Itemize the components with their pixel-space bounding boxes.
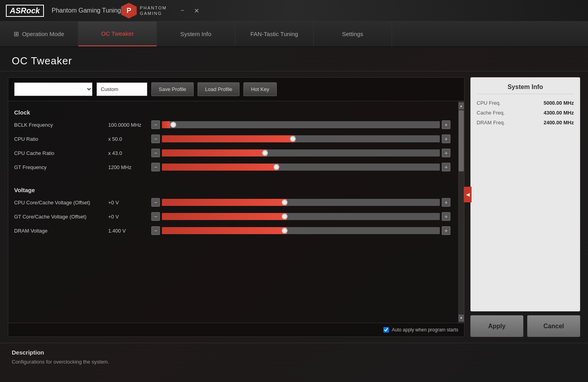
gt-freq-fill bbox=[162, 164, 279, 171]
gt-voltage-thumb[interactable] bbox=[281, 213, 288, 220]
cpu-cache-ratio-fill bbox=[162, 149, 267, 156]
cpu-ratio-label: CPU Ratio bbox=[14, 136, 104, 142]
collapse-button[interactable]: ◀ bbox=[464, 187, 472, 202]
profile-name-input[interactable] bbox=[96, 82, 147, 96]
dram-voltage-thumb[interactable] bbox=[281, 227, 288, 234]
cpu-voltage-fill bbox=[162, 199, 287, 206]
page-title: OC Tweaker bbox=[12, 55, 576, 67]
dram-voltage-minus[interactable]: − bbox=[151, 226, 160, 235]
gt-voltage-track[interactable] bbox=[162, 213, 440, 220]
phantom-gaming-logo: P PHANTOMGAMING bbox=[121, 3, 167, 18]
scroll-track[interactable] bbox=[459, 110, 464, 314]
pg-icon: P bbox=[121, 3, 137, 18]
bclk-label: BCLK Frequency bbox=[14, 122, 104, 128]
gt-freq-thumb[interactable] bbox=[273, 164, 279, 170]
cpu-voltage-minus[interactable]: − bbox=[151, 198, 160, 207]
scroll-down-arrow[interactable]: ▼ bbox=[459, 315, 464, 322]
cpu-freq-label: CPU Freq. bbox=[477, 100, 501, 106]
cache-freq-label: Cache Freq. bbox=[477, 110, 505, 116]
bclk-track[interactable] bbox=[162, 121, 440, 128]
gt-voltage-slider-container: − + bbox=[151, 212, 450, 221]
gt-freq-minus[interactable]: − bbox=[151, 163, 160, 171]
cpu-ratio-thumb[interactable] bbox=[290, 136, 296, 142]
cpu-voltage-track[interactable] bbox=[162, 199, 440, 206]
nav-item-system-info[interactable]: System Info bbox=[157, 22, 235, 46]
cpu-ratio-minus[interactable]: − bbox=[151, 135, 160, 143]
page-title-text: OC Tweaker bbox=[12, 55, 72, 67]
hot-key-button[interactable]: Hot Key bbox=[243, 82, 276, 96]
cpu-voltage-slider-container: − + bbox=[151, 198, 450, 207]
cpu-voltage-thumb[interactable] bbox=[281, 199, 288, 206]
cpu-ratio-row: CPU Ratio x 50.0 − + bbox=[14, 135, 450, 143]
nav-item-settings[interactable]: Settings bbox=[314, 22, 392, 46]
bclk-fill bbox=[162, 121, 170, 128]
system-info-box: ◀ System Info CPU Freq. 5000.00 MHz Cach… bbox=[470, 77, 580, 311]
profile-bar: Save Profile Load Profile Hot Key bbox=[8, 78, 464, 101]
cpu-cache-ratio-value: x 43.0 bbox=[108, 150, 147, 156]
cpu-ratio-track[interactable] bbox=[162, 135, 440, 142]
cpu-voltage-row: CPU Core/Cache Voltage (Offset) +0 V − + bbox=[14, 198, 450, 207]
cpu-freq-value: 5000.00 MHz bbox=[544, 100, 574, 106]
dram-voltage-label: DRAM Voltage bbox=[14, 228, 104, 234]
settings-scroll[interactable]: Clock BCLK Frequency 100.0000 MHz − + bbox=[8, 101, 456, 323]
cpu-ratio-slider-container: − + bbox=[151, 135, 450, 143]
bclk-minus[interactable]: − bbox=[151, 120, 160, 129]
dram-voltage-track[interactable] bbox=[162, 227, 440, 234]
grid-icon: ⊞ bbox=[14, 30, 19, 38]
dram-voltage-slider-container: − + bbox=[151, 226, 450, 235]
dram-voltage-value: 1.400 V bbox=[108, 228, 147, 234]
scroll-thumb[interactable] bbox=[459, 110, 464, 171]
bclk-plus[interactable]: + bbox=[442, 120, 450, 129]
apply-button[interactable]: Apply bbox=[470, 315, 523, 337]
load-profile-button[interactable]: Load Profile bbox=[198, 82, 240, 96]
cancel-button[interactable]: Cancel bbox=[527, 315, 580, 337]
bclk-value: 100.0000 MHz bbox=[108, 122, 147, 128]
cpu-cache-ratio-minus[interactable]: − bbox=[151, 149, 160, 157]
bclk-thumb[interactable] bbox=[170, 122, 176, 128]
gt-voltage-minus[interactable]: − bbox=[151, 212, 160, 221]
gt-freq-plus[interactable]: + bbox=[442, 163, 450, 171]
cpu-ratio-plus[interactable]: + bbox=[442, 135, 450, 143]
dram-freq-label: DRAM Freq. bbox=[477, 120, 505, 126]
close-button[interactable]: ✕ bbox=[190, 5, 203, 16]
cpu-cache-ratio-plus[interactable]: + bbox=[442, 149, 450, 157]
dram-voltage-plus[interactable]: + bbox=[442, 226, 450, 235]
gt-freq-label: GT Frequency bbox=[14, 164, 104, 170]
nav-item-fan-tuning[interactable]: FAN-Tastic Tuning bbox=[235, 22, 314, 46]
auto-apply-row: Auto apply when program starts bbox=[8, 323, 464, 337]
system-info-title: System Info bbox=[477, 84, 574, 94]
voltage-section-label: Voltage bbox=[14, 187, 450, 193]
nav-item-oc-tweaker[interactable]: OC Tweaker bbox=[78, 22, 157, 46]
gt-voltage-fill bbox=[162, 213, 287, 220]
dram-voltage-row: DRAM Voltage 1.400 V − + bbox=[14, 226, 450, 235]
description-title: Description bbox=[12, 349, 576, 356]
cpu-cache-ratio-slider-container: − + bbox=[151, 149, 450, 157]
cpu-voltage-plus[interactable]: + bbox=[442, 198, 450, 207]
nav-label-settings: Settings bbox=[342, 31, 363, 37]
cpu-cache-ratio-track[interactable] bbox=[162, 149, 440, 156]
cpu-ratio-value: x 50.0 bbox=[108, 136, 147, 142]
app-title: Phantom Gaming Tuning bbox=[52, 7, 121, 14]
save-profile-button[interactable]: Save Profile bbox=[151, 82, 194, 96]
clock-section-label: Clock bbox=[14, 109, 450, 116]
nav-label-system-info: System Info bbox=[180, 31, 211, 37]
gt-voltage-row: GT Core/Cache Voltage (Offset) +0 V − + bbox=[14, 212, 450, 221]
auto-apply-checkbox[interactable] bbox=[383, 327, 389, 333]
cpu-cache-ratio-thumb[interactable] bbox=[262, 150, 268, 156]
phantom-gaming-text: PHANTOMGAMING bbox=[140, 5, 167, 16]
vertical-scrollbar[interactable]: ▲ ▼ bbox=[458, 101, 464, 323]
gt-freq-value: 1200 MHz bbox=[108, 164, 147, 170]
auto-apply-label: Auto apply when program starts bbox=[392, 327, 458, 333]
cache-freq-value: 4300.00 MHz bbox=[544, 110, 574, 116]
profile-select[interactable] bbox=[14, 82, 93, 96]
gt-voltage-plus[interactable]: + bbox=[442, 212, 450, 221]
left-panel: Save Profile Load Profile Hot Key Clock … bbox=[8, 77, 465, 337]
gt-freq-slider-container: − + bbox=[151, 163, 450, 171]
gt-freq-track[interactable] bbox=[162, 164, 440, 171]
scroll-up-arrow[interactable]: ▲ bbox=[459, 102, 464, 109]
nav-item-operation-mode[interactable]: ⊞ Operation Mode bbox=[0, 22, 78, 46]
nav-label-oc-tweaker: OC Tweaker bbox=[101, 30, 134, 37]
dram-freq-value: 2400.00 MHz bbox=[544, 120, 574, 126]
minimize-button[interactable]: − bbox=[177, 5, 188, 16]
dram-voltage-fill bbox=[162, 227, 287, 234]
